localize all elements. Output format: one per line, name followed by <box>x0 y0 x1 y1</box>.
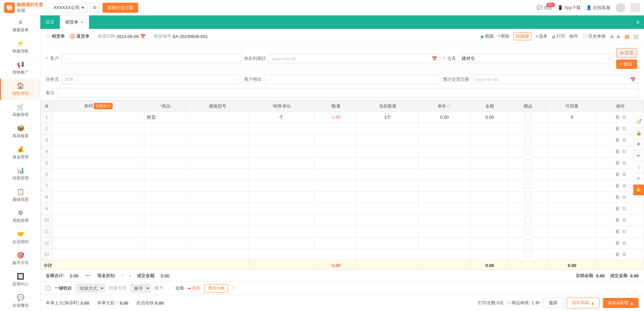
cell-gift[interactable] <box>509 112 547 123</box>
sidebar-item-purchase[interactable]: 🛒 采购管理 <box>0 100 40 121</box>
cell-product[interactable] <box>144 123 187 134</box>
cell-product[interactable] <box>144 237 187 249</box>
cell-unit[interactable] <box>248 123 314 134</box>
gift-checkbox[interactable] <box>525 113 531 120</box>
cell-product[interactable] <box>144 146 187 157</box>
cell-spec[interactable] <box>187 112 248 123</box>
cell-spec[interactable] <box>187 249 248 260</box>
customer-input[interactable]: ··· <box>62 54 241 63</box>
delete-row-button[interactable]: 🗑 <box>615 183 620 188</box>
cell-pkg[interactable] <box>357 249 418 260</box>
gift-checkbox[interactable] <box>525 125 531 131</box>
radio-sales-order[interactable]: 销货单 <box>46 33 65 39</box>
copy-row-button[interactable]: ⧉ <box>622 183 626 188</box>
cell-product[interactable]: 拆贡 <box>144 112 187 123</box>
cell-gift[interactable] <box>509 169 547 180</box>
cell-price[interactable] <box>418 226 470 237</box>
gift-checkbox[interactable] <box>525 159 531 166</box>
due-date-input[interactable]: yyyy-mm-dd 📅 <box>269 54 440 63</box>
expenses-split-button[interactable]: 费用分摊 <box>204 284 228 293</box>
cell-spec[interactable] <box>187 169 248 180</box>
cell-gift[interactable] <box>509 180 547 192</box>
delete-row-button[interactable]: 🗑 <box>615 149 620 154</box>
cell-amount[interactable] <box>470 157 509 169</box>
close-all-tabs-button[interactable]: ✕ <box>632 19 644 26</box>
payment-method-select[interactable]: 结算方式 <box>76 284 105 293</box>
list-view-btn[interactable]: ▤ <box>634 33 639 40</box>
cell-amount[interactable] <box>470 123 509 134</box>
table-container[interactable]: ⚙ 条码 扫码录入 *商品 规格型号 *销售单位 *数 <box>40 100 644 270</box>
cell-qty[interactable] <box>314 203 357 215</box>
cell-product[interactable] <box>144 215 187 226</box>
cell-barcode[interactable] <box>53 192 144 203</box>
delete-row-button[interactable]: 🗑 <box>615 171 620 177</box>
copy-row-button[interactable]: ⧉ <box>622 194 626 200</box>
gift-checkbox[interactable] <box>525 193 531 200</box>
cell-spec[interactable] <box>187 146 248 157</box>
cell-product[interactable] <box>144 169 187 180</box>
cell-price[interactable] <box>418 134 470 146</box>
radio-return-order[interactable]: 退货单 <box>70 33 89 39</box>
cell-barcode[interactable] <box>53 215 144 226</box>
sidebar-item-quick[interactable]: ⚡ 快捷导航 <box>0 36 40 57</box>
tab-home[interactable]: 首页 <box>40 15 60 29</box>
cell-barcode[interactable] <box>53 249 144 260</box>
cell-amount[interactable] <box>470 237 509 249</box>
cell-unit[interactable] <box>248 169 314 180</box>
delete-row-button[interactable]: 🗑 <box>615 114 620 120</box>
cell-amount[interactable]: 0.00 <box>470 112 509 123</box>
sidebar-item-search[interactable]: ≡ 搜索菜单 <box>0 15 40 36</box>
copy-row-button[interactable]: ⧉ <box>622 171 626 177</box>
warehouse-input[interactable]: 建材仓 ··· <box>459 54 613 63</box>
cell-spec[interactable] <box>187 237 248 249</box>
cell-gift[interactable] <box>509 146 547 157</box>
sidebar-item-basic[interactable]: 📋 基础信息 <box>0 185 40 206</box>
gift-checkbox[interactable] <box>525 250 531 257</box>
cell-pkg[interactable] <box>357 134 418 146</box>
delete-row-button[interactable]: 🗑 <box>615 229 620 234</box>
sidebar-item-marketing[interactable]: 📢 营销推广 <box>0 57 40 79</box>
cell-gift[interactable] <box>509 226 547 237</box>
cell-gift[interactable] <box>509 157 547 169</box>
cell-product[interactable] <box>144 226 187 237</box>
cell-qty[interactable] <box>314 157 357 169</box>
delete-row-button[interactable]: 🗑 <box>615 217 620 223</box>
sidebar-item-system[interactable]: ⚙ 系统管理 <box>0 206 40 227</box>
cell-amount[interactable] <box>470 169 509 180</box>
salesperson-input[interactable]: 选择... ··· <box>62 75 241 84</box>
note-input[interactable] <box>57 88 639 98</box>
cell-qty[interactable] <box>314 169 357 180</box>
cell-amount[interactable] <box>470 226 509 237</box>
cell-spec[interactable] <box>187 134 248 146</box>
online-service-button[interactable]: 👤 在线客服 <box>586 5 610 11</box>
cell-spec[interactable] <box>187 157 248 169</box>
cell-gift[interactable] <box>509 237 547 249</box>
cell-spec[interactable] <box>187 123 248 134</box>
delete-row-button[interactable]: 🗑 <box>615 251 620 257</box>
copy-row-button[interactable]: ⧉ <box>622 217 626 223</box>
cell-unit[interactable] <box>248 134 314 146</box>
cell-barcode[interactable] <box>53 203 144 215</box>
cell-product[interactable] <box>144 134 187 146</box>
float-btn-7[interactable]: 🔔 <box>633 185 644 195</box>
copy-row-button[interactable]: ⧉ <box>622 126 626 131</box>
cell-qty[interactable]: -1.00 <box>314 112 357 123</box>
delete-row-button[interactable]: 🗑 <box>615 194 620 200</box>
copy-row-button[interactable]: ⧉ <box>622 251 626 257</box>
prev-btn[interactable]: ◀ <box>610 34 613 39</box>
delete-row-button[interactable]: 🗑 <box>615 137 620 143</box>
operation-btn[interactable]: 操作 <box>569 33 578 39</box>
gift-checkbox[interactable] <box>525 136 531 143</box>
account-select[interactable]: 账号 <box>130 284 151 293</box>
avatar-name[interactable] <box>631 3 640 12</box>
sidebar-item-operations[interactable]: 📊 经营管理 <box>0 163 40 185</box>
cell-price[interactable] <box>418 169 470 180</box>
cell-pkg[interactable] <box>357 237 418 249</box>
sidebar-item-sales[interactable]: 🏠 销售管理 <box>0 79 40 100</box>
cell-qty[interactable] <box>314 123 357 134</box>
settings-button[interactable]: ⚙ <box>90 3 100 13</box>
sidebar-item-capital[interactable]: 💰 资金管理 <box>0 142 40 163</box>
cell-barcode[interactable] <box>53 112 144 123</box>
sidebar-item-enterprise[interactable]: 🤝 企业协同 <box>0 227 40 248</box>
cell-barcode[interactable] <box>53 226 144 237</box>
